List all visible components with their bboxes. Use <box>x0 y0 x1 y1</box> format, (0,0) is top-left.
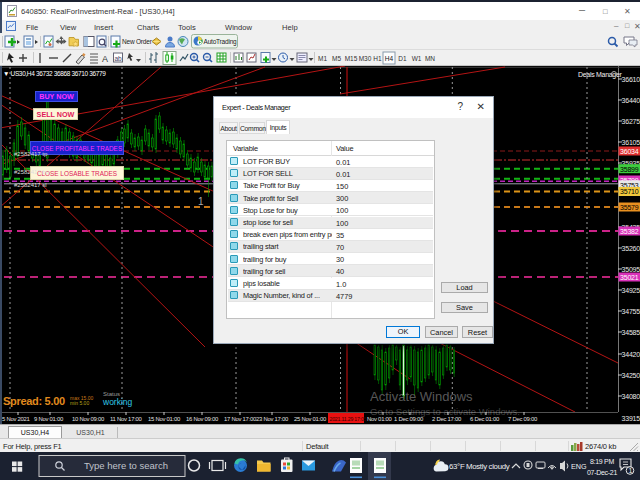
svg-text:M30: M30 <box>359 55 372 62</box>
svg-text:ab: ab <box>115 55 123 62</box>
svg-text:36034: 36034 <box>620 148 639 155</box>
svg-text:34250: 34250 <box>622 372 640 379</box>
svg-text:35899: 35899 <box>620 166 639 173</box>
svg-text:36610: 36610 <box>622 76 640 83</box>
svg-text:D1: D1 <box>398 55 407 62</box>
svg-text:23 Nov 17:00: 23 Nov 17:00 <box>256 416 289 422</box>
svg-text:ENG: ENG <box>571 462 587 471</box>
svg-text:07-Dec-21: 07-Dec-21 <box>587 469 617 476</box>
svg-text:35579: 35579 <box>620 204 639 211</box>
svg-text:35382: 35382 <box>620 228 639 235</box>
svg-text:Activate Windows: Activate Windows <box>370 389 473 404</box>
svg-text:63°F: 63°F <box>449 462 465 471</box>
svg-text:New Order: New Order <box>122 38 153 45</box>
svg-text:Type here to search: Type here to search <box>84 460 168 471</box>
svg-text:2021.11.29 17:05: 2021.11.29 17:05 <box>330 416 367 422</box>
svg-text:34080: 34080 <box>622 393 640 400</box>
svg-text:11 Nov 17:00: 11 Nov 17:00 <box>110 416 143 422</box>
svg-text:A: A <box>102 54 108 64</box>
svg-text:1: 1 <box>629 467 633 474</box>
svg-text:W1: W1 <box>412 55 422 62</box>
svg-text:17 Nov 17:00: 17 Nov 17:00 <box>224 416 257 422</box>
svg-text:15 Nov 01:00: 15 Nov 01:00 <box>148 416 181 422</box>
svg-text:34755: 34755 <box>622 308 640 315</box>
svg-text:H4: H4 <box>385 55 394 62</box>
svg-text:25 Nov 01:00: 25 Nov 01:00 <box>294 416 327 422</box>
svg-text:36105: 36105 <box>622 139 640 146</box>
svg-text:35095: 35095 <box>622 266 640 273</box>
svg-text:34585: 34585 <box>622 329 640 336</box>
svg-text:H1: H1 <box>373 55 382 62</box>
svg-text:Mostly cloudy: Mostly cloudy <box>466 462 510 471</box>
svg-text:9 Nov 01:00: 9 Nov 01:00 <box>34 416 64 422</box>
svg-text:MN: MN <box>425 55 435 62</box>
svg-text:5 Nov 2021: 5 Nov 2021 <box>2 416 30 422</box>
svg-text:M1: M1 <box>318 55 327 62</box>
svg-text:36275: 36275 <box>622 118 640 125</box>
svg-text:M15: M15 <box>345 55 358 62</box>
svg-text:34420: 34420 <box>622 351 640 358</box>
svg-text:35021: 35021 <box>620 274 639 281</box>
svg-text:36440: 36440 <box>622 97 640 104</box>
svg-text:Go to Settings to activate Win: Go to Settings to activate Windows. <box>370 406 520 417</box>
svg-text:35260: 35260 <box>622 245 640 252</box>
svg-text:34925: 34925 <box>622 287 640 294</box>
svg-text:16 Nov 09:00: 16 Nov 09:00 <box>186 416 219 422</box>
svg-text:10 Nov 09:00: 10 Nov 09:00 <box>72 416 105 422</box>
svg-text:M5: M5 <box>332 55 341 62</box>
svg-text:AutoTrading: AutoTrading <box>204 38 238 46</box>
svg-text:35710: 35710 <box>620 188 639 195</box>
svg-text:8:19 PM: 8:19 PM <box>590 458 614 465</box>
svg-text:33915: 33915 <box>622 415 640 422</box>
